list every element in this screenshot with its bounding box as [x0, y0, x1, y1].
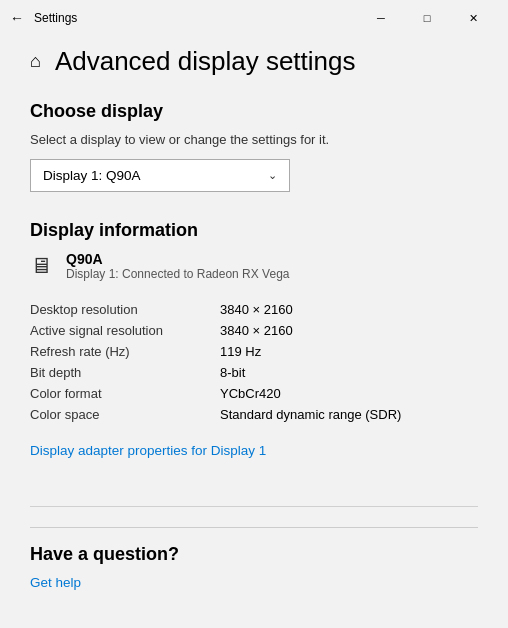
adapter-properties-link[interactable]: Display adapter properties for Display 1: [30, 443, 266, 458]
display-info-table: Desktop resolution3840 × 2160Active sign…: [30, 299, 478, 425]
title-bar: ← Settings ─ □ ✕: [0, 0, 508, 36]
chevron-down-icon: ⌄: [268, 169, 277, 182]
monitor-subtitle: Display 1: Connected to Radeon RX Vega: [66, 267, 289, 281]
monitor-icon: 🖥: [30, 253, 52, 279]
question-section: Have a question? Get help: [30, 527, 478, 591]
choose-display-description: Select a display to view or change the s…: [30, 132, 478, 147]
display-information-section: Display information 🖥 Q90A Display 1: Co…: [30, 220, 478, 482]
monitor-name: Q90A: [66, 251, 289, 267]
back-button[interactable]: ←: [10, 10, 24, 26]
window-title: Settings: [34, 11, 77, 25]
monitor-info: Q90A Display 1: Connected to Radeon RX V…: [66, 251, 289, 281]
choose-display-section: Choose display Select a display to view …: [30, 101, 478, 192]
info-value: 119 Hz: [220, 341, 478, 362]
info-label: Bit depth: [30, 362, 220, 383]
page-title: Advanced display settings: [55, 46, 356, 77]
page-header: ⌂ Advanced display settings: [30, 46, 478, 77]
info-label: Active signal resolution: [30, 320, 220, 341]
info-label: Color space: [30, 404, 220, 425]
table-row: Bit depth8-bit: [30, 362, 478, 383]
display-information-title: Display information: [30, 220, 478, 241]
dropdown-value: Display 1: Q90A: [43, 168, 141, 183]
section-divider: [30, 506, 478, 507]
info-value: YCbCr420: [220, 383, 478, 404]
maximize-button[interactable]: □: [404, 2, 450, 34]
monitor-row: 🖥 Q90A Display 1: Connected to Radeon RX…: [30, 251, 478, 281]
minimize-button[interactable]: ─: [358, 2, 404, 34]
info-value: 8-bit: [220, 362, 478, 383]
table-row: Refresh rate (Hz)119 Hz: [30, 341, 478, 362]
info-label: Desktop resolution: [30, 299, 220, 320]
page-content: ⌂ Advanced display settings Choose displ…: [0, 36, 508, 628]
table-row: Color spaceStandard dynamic range (SDR): [30, 404, 478, 425]
close-button[interactable]: ✕: [450, 2, 496, 34]
info-value: 3840 × 2160: [220, 320, 478, 341]
settings-window: ← Settings ─ □ ✕ ⌂ Advanced display sett…: [0, 0, 508, 628]
info-value: Standard dynamic range (SDR): [220, 404, 478, 425]
choose-display-title: Choose display: [30, 101, 478, 122]
display-dropdown[interactable]: Display 1: Q90A ⌄: [30, 159, 290, 192]
question-title: Have a question?: [30, 544, 478, 565]
home-icon: ⌂: [30, 51, 41, 72]
table-row: Desktop resolution3840 × 2160: [30, 299, 478, 320]
table-row: Active signal resolution3840 × 2160: [30, 320, 478, 341]
info-label: Color format: [30, 383, 220, 404]
window-controls: ─ □ ✕: [358, 2, 496, 34]
info-label: Refresh rate (Hz): [30, 341, 220, 362]
title-bar-left: ← Settings: [10, 10, 77, 26]
get-help-link[interactable]: Get help: [30, 575, 81, 590]
info-value: 3840 × 2160: [220, 299, 478, 320]
table-row: Color formatYCbCr420: [30, 383, 478, 404]
